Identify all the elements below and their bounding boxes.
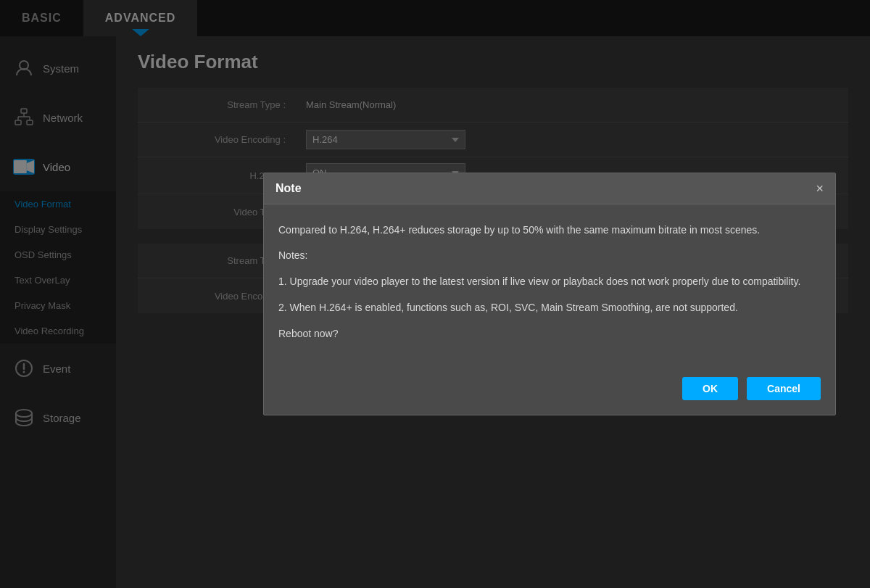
note-dialog: Note × Compared to H.264, H.264+ reduces…	[263, 173, 836, 416]
dialog-note1: 1. Upgrade your video player to the late…	[278, 273, 821, 291]
dialog-footer: OK Cancel	[264, 365, 835, 415]
ok-button[interactable]: OK	[682, 377, 738, 400]
dialog-header: Note ×	[264, 173, 835, 204]
cancel-button[interactable]: Cancel	[747, 377, 821, 400]
dialog-line1: Compared to H.264, H.264+ reduces storag…	[278, 222, 821, 239]
dialog-close-button[interactable]: ×	[816, 182, 824, 195]
dialog-notes-label: Notes:	[278, 247, 821, 265]
dialog-body: Compared to H.264, H.264+ reduces storag…	[264, 204, 835, 366]
dialog-note2: 2. When H.264+ is enabled, functions suc…	[278, 299, 821, 317]
dialog-title: Note	[276, 182, 302, 195]
dialog-reboot: Reboot now?	[278, 326, 821, 343]
